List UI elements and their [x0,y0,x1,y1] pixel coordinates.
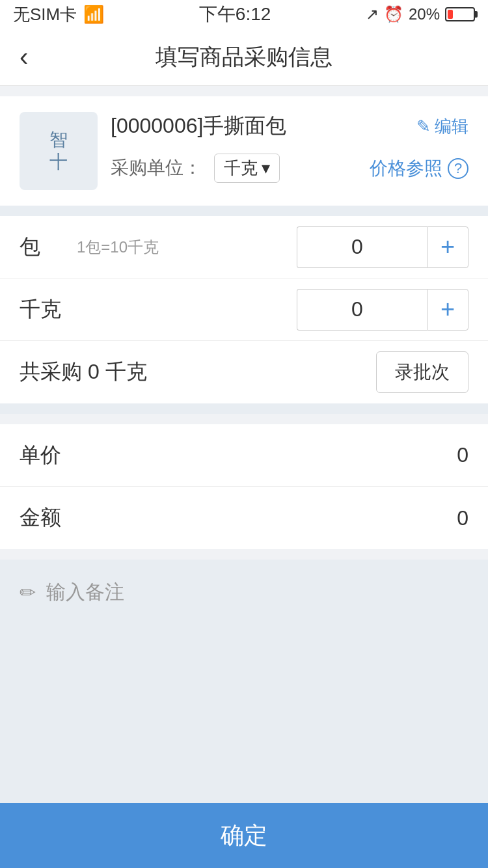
unit-label: 采购单位： [111,157,202,178]
kg-plus-icon: + [441,295,455,323]
battery-percent: 20% [409,5,440,23]
remark-placeholder: 输入备注 [46,579,124,606]
bag-sublabel: 1包=10千克 [77,237,297,258]
summary-text: 共采购 0 千克 [20,358,147,387]
kg-label: 千克 [20,295,72,324]
input-section: 包 1包=10千克 + 千克 + [0,216,488,341]
amount-row: 金额 0 [0,487,488,549]
page-title: 填写商品采购信息 [156,42,332,72]
bag-plus-icon: + [441,233,455,261]
carrier-label: 无SIM卡 [13,3,77,26]
product-card: 智 十 [0000006]手撕面包 ✎ 编辑 采购单位： 千克 ▾ 价格参照 ? [0,96,488,206]
bag-input-wrap: + [297,226,468,268]
pencil-icon: ✏ [20,581,36,604]
help-icon: ? [448,158,468,179]
nav-bar: ‹ 填写商品采购信息 [0,29,488,86]
amount-value: 0 [457,506,468,530]
unit-section: 采购单位： 千克 ▾ [111,154,280,183]
status-bar: 无SIM卡 📶 下午6:12 ↗ ⏰ 20% [0,0,488,29]
battery-indicator [445,7,475,21]
kg-plus-button[interactable]: + [427,289,468,331]
summary-row: 共采购 0 千克 录批次 [0,341,488,403]
summary-value: 0 [88,360,100,383]
amount-label: 金额 [20,504,61,532]
unit-value: 千克 [224,157,258,180]
edit-label: 编辑 [435,115,468,138]
unit-row: 采购单位： 千克 ▾ 价格参照 ? [111,154,468,183]
battery-fill [448,10,453,19]
kg-input[interactable] [297,289,427,331]
edit-icon: ✎ [416,116,431,137]
alarm-icon: ⏰ [384,5,403,23]
section-divider-2 [0,403,488,414]
unit-price-label: 单价 [20,441,61,470]
batch-button[interactable]: 录批次 [376,351,468,393]
kg-input-row: 千克 + [0,278,488,341]
bag-input[interactable] [297,226,427,268]
edit-button[interactable]: ✎ 编辑 [416,115,468,138]
product-name-row: [0000006]手撕面包 ✎ 编辑 [111,112,468,141]
summary-unit: 千克 [105,360,147,383]
unit-price-row: 单价 0 [0,424,488,487]
location-icon: ↗ [366,5,379,23]
summary-label: 共采购 [20,360,82,383]
back-button[interactable]: ‹ [20,42,59,72]
product-image: 智 十 [20,112,98,190]
status-right: ↗ ⏰ 20% [366,5,475,23]
bag-plus-button[interactable]: + [427,226,468,268]
unit-price-value: 0 [457,443,468,467]
info-section: 单价 0 金额 0 [0,424,488,549]
confirm-button-label: 确定 [221,820,267,852]
product-info: [0000006]手撕面包 ✎ 编辑 采购单位： 千克 ▾ 价格参照 ? [111,112,468,183]
section-divider-1 [0,206,488,216]
confirm-bar[interactable]: 确定 [0,803,488,868]
product-name: [0000006]手撕面包 [111,112,286,141]
product-logo: 智 十 [49,129,68,172]
back-icon: ‹ [20,42,28,71]
bag-input-row: 包 1包=10千克 + [0,216,488,278]
status-time: 下午6:12 [199,2,271,27]
price-ref-button[interactable]: 价格参照 ? [370,156,468,181]
wifi-icon: 📶 [83,5,104,25]
unit-select[interactable]: 千克 ▾ [214,154,280,183]
kg-input-wrap: + [297,289,468,331]
remark-section[interactable]: ✏ 输入备注 [0,560,488,625]
batch-btn-label: 录批次 [395,362,450,382]
price-ref-label: 价格参照 [370,156,442,181]
status-left: 无SIM卡 📶 [13,3,104,26]
bag-label: 包 [20,233,72,262]
bottom-spacer [0,625,488,821]
dropdown-icon: ▾ [262,158,270,178]
